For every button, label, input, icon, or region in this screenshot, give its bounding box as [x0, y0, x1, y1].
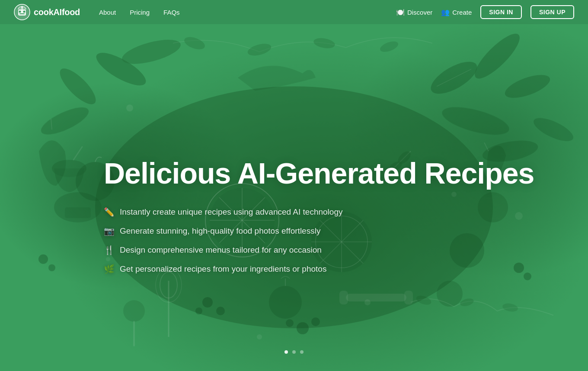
brand-name: cookAIfood	[34, 7, 80, 17]
svg-point-21	[469, 28, 525, 84]
svg-point-53	[246, 41, 272, 58]
svg-point-61	[123, 300, 145, 322]
svg-point-43	[311, 317, 320, 326]
svg-point-54	[313, 37, 336, 50]
svg-point-65	[126, 105, 133, 111]
hero-section: Delicious AI-Generated Recipes ✏️ Instan…	[0, 0, 588, 371]
hero-feature-3: 🍴 Design comprehensive menus tailored fo…	[104, 245, 534, 255]
carousel-dot-1[interactable]	[284, 350, 288, 354]
hero-title: Delicious AI-Generated Recipes	[104, 157, 534, 190]
carousel-dots	[284, 350, 304, 354]
svg-point-3	[23, 11, 26, 13]
discover-link[interactable]: 🍽️ Discover	[396, 8, 432, 16]
svg-point-72	[459, 297, 474, 308]
svg-point-22	[502, 70, 553, 102]
svg-point-42	[297, 322, 309, 334]
create-link[interactable]: 👥 Create	[441, 8, 472, 16]
vine-bottom-right	[411, 294, 553, 315]
discover-label: Discover	[407, 9, 432, 16]
hero-feature-1: ✏️ Instantly create unique recipes using…	[104, 207, 534, 217]
carousel-dot-3[interactable]	[300, 350, 304, 354]
signin-button[interactable]: SIGN IN	[480, 5, 522, 19]
hero-features: ✏️ Instantly create unique recipes using…	[104, 207, 534, 274]
svg-point-2	[19, 11, 21, 13]
nav-left: cookAIfood About Pricing FAQs	[14, 4, 185, 20]
svg-point-70	[257, 334, 262, 339]
spoon-bottom	[123, 300, 145, 346]
feature-icon-3: 🍴	[104, 245, 115, 255]
feature-icon-1: ✏️	[104, 207, 115, 217]
svg-point-40	[216, 307, 225, 315]
create-label: Create	[452, 9, 472, 16]
feature-icon-2: 📷	[104, 226, 115, 236]
svg-point-44	[286, 319, 294, 327]
nav-right: 🍽️ Discover 👥 Create SIGN IN SIGN UP	[396, 5, 574, 19]
svg-point-67	[364, 299, 371, 305]
svg-point-39	[202, 297, 213, 308]
discover-icon: 🍽️	[396, 8, 405, 16]
svg-point-55	[379, 39, 399, 54]
svg-point-41	[195, 308, 202, 314]
create-icon: 👥	[441, 8, 450, 16]
logo-icon	[14, 4, 30, 20]
nav-pricing[interactable]: Pricing	[125, 6, 155, 19]
feature-text-3: Design comprehensive menus tailored for …	[120, 245, 322, 255]
nav-links: About Pricing FAQs	[94, 6, 185, 19]
navbar: cookAIfood About Pricing FAQs 🍽️ Discove…	[0, 0, 588, 24]
nav-faqs[interactable]: FAQs	[158, 6, 185, 19]
svg-point-27	[55, 63, 101, 109]
logo[interactable]: cookAIfood	[14, 4, 80, 20]
vine-top	[173, 35, 432, 58]
feature-text-4: Get personalized recipes from your ingre…	[120, 264, 326, 274]
feature-text-2: Generate stunning, high-quality food pho…	[120, 226, 320, 236]
nav-about[interactable]: About	[94, 6, 121, 19]
svg-rect-56	[346, 294, 406, 301]
svg-point-52	[182, 35, 206, 52]
feature-text-1: Instantly create unique recipes using ad…	[120, 207, 342, 217]
svg-point-33	[437, 281, 463, 307]
hero-feature-4: 🌿 Get personalized recipes from your ing…	[104, 264, 534, 274]
svg-point-73	[502, 302, 519, 313]
svg-point-25	[530, 114, 576, 146]
svg-rect-57	[339, 291, 348, 304]
hero-content: Delicious AI-Generated Recipes ✏️ Instan…	[0, 131, 534, 274]
hero-feature-2: 📷 Generate stunning, high-quality food p…	[104, 226, 534, 236]
carousel-dot-2[interactable]	[292, 350, 296, 354]
svg-point-74	[269, 286, 302, 319]
signup-button[interactable]: SIGN UP	[530, 5, 574, 19]
svg-rect-4	[19, 13, 25, 14]
feature-icon-4: 🌿	[104, 264, 115, 274]
